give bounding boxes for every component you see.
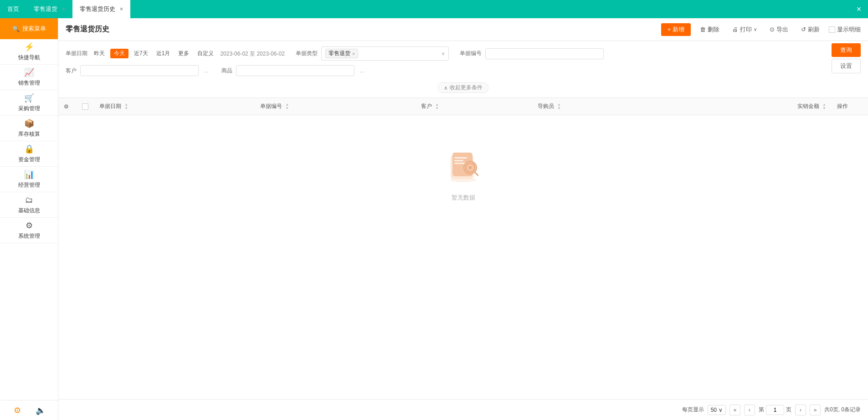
new-button[interactable]: + 新增 <box>661 23 691 36</box>
page-prev-button[interactable]: ‹ <box>744 405 755 415</box>
date-btn-today[interactable]: 今天 <box>110 49 128 58</box>
collapse-row: ∧ 收起更多条件 <box>66 81 861 94</box>
col-guide-sort[interactable]: ▲▼ <box>557 103 561 110</box>
empty-state: 暂无数据 <box>58 115 868 220</box>
sidebar-item-quick-nav[interactable]: ⚡ 快捷导航 <box>0 39 58 65</box>
date-filter-label: 单据日期 <box>66 50 87 57</box>
base-info-icon: 🗂 <box>25 195 33 205</box>
sidebar-item-sales[interactable]: 📈 销售管理 <box>0 65 58 90</box>
col-customer-sort[interactable]: ▲▼ <box>435 103 439 110</box>
filter-row-1: 单据日期 昨天 今天 近7天 近1月 更多 自定义 2023-06-02 至 2… <box>66 46 861 61</box>
date-btn-1month[interactable]: 近1月 <box>154 49 173 58</box>
export-button[interactable]: ⊙ 导出 <box>766 24 792 36</box>
sidebar-item-purchase[interactable]: 🛒 采购管理 <box>0 90 58 116</box>
col-customer: 客户 ▲▼ <box>416 98 532 115</box>
per-page-arrow: ∨ <box>719 407 723 413</box>
date-btn-yesterday[interactable]: 昨天 <box>91 49 108 58</box>
col-settings[interactable]: ⚙ <box>58 98 77 115</box>
per-page-select[interactable]: 50 ∨ <box>708 405 726 415</box>
settings-button[interactable]: 设置 <box>832 59 861 73</box>
page-next-button[interactable]: › <box>795 405 806 415</box>
tab-retail-return-history-close[interactable]: × <box>120 6 123 12</box>
print-dropdown-icon: ∨ <box>754 27 757 32</box>
page-title: 零售退货历史 <box>66 25 109 34</box>
date-btn-more[interactable]: 更多 <box>175 49 192 58</box>
goods-filter-dots[interactable]: ... <box>358 66 366 76</box>
date-btn-7days[interactable]: 近7天 <box>131 49 151 58</box>
refresh-button[interactable]: ↺ 刷新 <box>797 24 823 36</box>
customer-filter-input[interactable] <box>80 65 199 76</box>
window-close-button[interactable]: × <box>850 0 868 18</box>
type-filter-label: 单据类型 <box>296 50 318 57</box>
code-filter-label: 单据编号 <box>460 50 482 57</box>
code-filter-input[interactable] <box>485 48 604 59</box>
content-area: 零售退货历史 + 新增 🗑 删除 🖨 打印 ∨ ⊙ 导出 ↺ <box>58 18 868 420</box>
sidebar: 🔍 搜索菜单 ⚡ 快捷导航 📈 销售管理 🛒 采购管理 📦 库存核算 🔒 <box>0 18 58 420</box>
table-settings-icon[interactable]: ⚙ <box>64 103 69 110</box>
collapse-button[interactable]: ∧ 收起更多条件 <box>438 82 488 93</box>
print-button[interactable]: 🖨 打印 ∨ <box>729 24 760 36</box>
customer-filter: 客户 ... <box>66 65 211 76</box>
tab-list: 首页 零售退货 × 零售退货历史 × <box>0 0 850 18</box>
sidebar-footer: ⚙ 🔈 <box>0 400 58 420</box>
speaker-icon: 🔈 <box>36 405 46 415</box>
sidebar-menu: ⚡ 快捷导航 📈 销售管理 🛒 采购管理 📦 库存核算 🔒 资金管理 📊 <box>0 39 58 400</box>
sidebar-item-operations[interactable]: 📊 经营管理 <box>0 167 58 192</box>
type-tag: 零售退货 × <box>325 49 358 58</box>
sidebar-speaker-button[interactable]: 🔈 <box>33 403 48 418</box>
col-amount-sort[interactable]: ▲▼ <box>822 103 826 110</box>
sidebar-item-inventory[interactable]: 📦 库存核算 <box>0 116 58 141</box>
svg-point-9 <box>469 166 472 169</box>
select-all-checkbox[interactable] <box>82 103 88 110</box>
date-filter: 单据日期 昨天 今天 近7天 近1月 更多 自定义 2023-06-02 至 2… <box>66 49 285 58</box>
empty-illustration <box>441 143 486 188</box>
pagination-bar: 每页显示 50 ∨ « ‹ 第 页 › » 共0页, 0条记录 <box>58 399 868 420</box>
per-page-label: 每页显示 <box>682 406 704 414</box>
svg-rect-4 <box>454 160 463 161</box>
search-icon: 🔍 <box>12 26 20 32</box>
page-input-group: 第 页 <box>759 405 791 415</box>
date-range-display: 2023-06-02 至 2023-06-02 <box>220 50 284 58</box>
date-btn-custom[interactable]: 自定义 <box>195 49 216 58</box>
sidebar-search-button[interactable]: 🔍 搜索菜单 <box>0 18 58 39</box>
system-icon: ⚙ <box>26 220 33 230</box>
sidebar-item-system[interactable]: ⚙ 系统管理 <box>0 218 58 243</box>
col-guide: 导购员 ▲▼ <box>532 98 671 115</box>
purchase-icon: 🛒 <box>24 93 34 103</box>
tab-retail-return-close[interactable]: × <box>62 6 65 12</box>
page-first-button[interactable]: « <box>729 405 740 415</box>
type-filter-select[interactable]: 零售退货 × ∨ <box>321 46 449 61</box>
tab-retail-return-history[interactable]: 零售退货历史 × <box>72 0 130 18</box>
print-icon: 🖨 <box>732 26 738 33</box>
export-icon: ⊙ <box>770 26 775 33</box>
tab-retail-return[interactable]: 零售退货 × <box>26 0 72 18</box>
sidebar-item-finance[interactable]: 🔒 资金管理 <box>0 141 58 167</box>
show-detail-toggle[interactable]: 显示明细 <box>829 26 861 34</box>
col-checkbox[interactable] <box>77 98 94 115</box>
empty-text: 暂无数据 <box>452 194 475 202</box>
table-container: ⚙ 单据日期 ▲▼ 单据编号 ▲▼ <box>58 98 868 399</box>
col-code-sort[interactable]: ▲▼ <box>285 103 289 110</box>
col-amount: 实销金额 ▲▼ <box>671 98 832 115</box>
show-detail-checkbox[interactable] <box>829 26 835 33</box>
goods-filter-input[interactable] <box>236 65 354 76</box>
tab-home[interactable]: 首页 <box>0 0 26 18</box>
sidebar-gear-button[interactable]: ⚙ <box>10 403 25 418</box>
type-tag-remove[interactable]: × <box>352 51 355 56</box>
customer-filter-dots[interactable]: ... <box>202 66 211 76</box>
finance-icon: 🔒 <box>24 144 34 154</box>
sidebar-item-base-info[interactable]: 🗂 基础信息 <box>0 192 58 218</box>
delete-icon: 🗑 <box>700 26 706 33</box>
query-button[interactable]: 查询 <box>832 43 861 57</box>
delete-button[interactable]: 🗑 删除 <box>696 24 723 36</box>
filter-area: 单据日期 昨天 今天 近7天 近1月 更多 自定义 2023-06-02 至 2… <box>58 41 868 98</box>
col-date-sort[interactable]: ▲▼ <box>124 103 128 110</box>
filter-row-2: 客户 ... 商品 ... <box>66 65 861 76</box>
page-number-input[interactable] <box>766 405 784 415</box>
goods-filter-label: 商品 <box>221 67 232 75</box>
code-filter: 单据编号 <box>460 48 604 59</box>
page-last-button[interactable]: » <box>810 405 821 415</box>
gear-icon: ⚙ <box>14 405 21 415</box>
col-actions: 操作 <box>832 98 868 115</box>
date-filter-options: 昨天 今天 近7天 近1月 更多 自定义 <box>91 49 216 58</box>
